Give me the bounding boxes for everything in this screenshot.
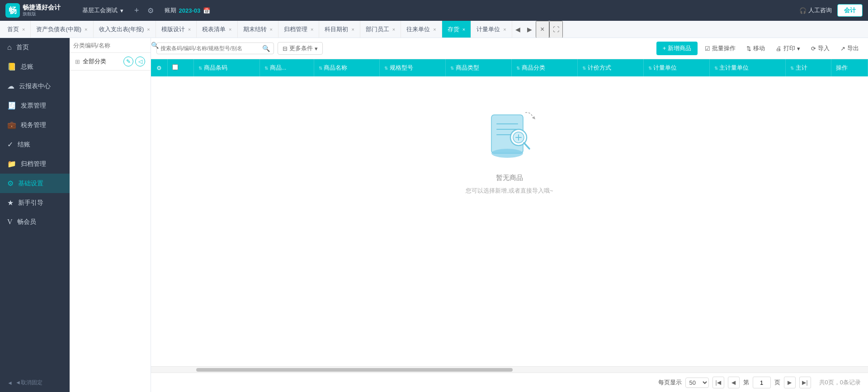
tab-unit[interactable]: 计量单位 × <box>471 21 512 38</box>
sidebar-item-guide[interactable]: ★ 新手引导 <box>0 193 70 213</box>
col-main-unit[interactable]: ⇅ 主计量单位 <box>709 59 785 76</box>
move-button[interactable]: ⇅ 移动 <box>743 43 769 54</box>
sidebar-item-settings[interactable]: ⚙ 基础设置 <box>0 174 70 193</box>
tab-home[interactable]: 首页 × <box>2 21 31 38</box>
tab-home-close[interactable]: × <box>22 27 25 32</box>
sidebar-item-invoice[interactable]: 🧾 发票管理 <box>0 96 70 115</box>
member-icon: V <box>7 218 13 226</box>
export-button[interactable]: ↗ 导出 <box>837 43 863 54</box>
category-edit-button[interactable]: ✎ <box>123 57 133 66</box>
filter-icon: ⊟ <box>283 45 288 52</box>
col-code[interactable]: ⇅ 商品... <box>259 59 314 76</box>
col-price-method[interactable]: ⇅ 计价方式 <box>578 59 644 76</box>
sidebar-item-ledger[interactable]: 📒 总账 <box>0 57 70 76</box>
add-company-icon[interactable]: + <box>132 6 141 15</box>
sidebar-item-archive[interactable]: 📁 归档管理 <box>0 154 70 174</box>
select-all-checkbox[interactable] <box>172 64 178 70</box>
tab-dept-close[interactable]: × <box>392 27 395 32</box>
import-button[interactable]: ⟳ 导入 <box>807 43 833 54</box>
tab-inventory-close[interactable]: × <box>462 27 465 32</box>
search-bar: 🔍 <box>156 43 274 54</box>
empty-title: 暂无商品 您可以选择新增,或者直接导入哦~ <box>466 171 553 196</box>
page-prev-button[interactable]: ◀ <box>728 377 740 388</box>
tab-prev-button[interactable]: ◀ <box>512 21 524 38</box>
tab-close-all-button[interactable]: × <box>536 21 549 38</box>
tab-template[interactable]: 模版设计 × <box>156 21 197 38</box>
tab-archive[interactable]: 归档管理 × <box>278 21 319 38</box>
filter-arrow-icon: ▾ <box>315 45 318 52</box>
page-next-button[interactable]: ▶ <box>784 377 796 388</box>
per-page-label: 每页显示 <box>658 378 682 387</box>
tab-balance-label: 资产负债表(中期) <box>36 25 81 33</box>
tab-archive-close[interactable]: × <box>311 27 313 32</box>
sidebar-invoice-label: 发票管理 <box>21 102 46 110</box>
col-settings-icon: ⚙ <box>156 65 162 71</box>
tab-contacts[interactable]: 往来单位 × <box>401 21 442 38</box>
tab-period-close[interactable]: × <box>270 27 273 32</box>
scrollbar-thumb[interactable] <box>196 368 513 372</box>
calendar-icon[interactable]: 📅 <box>203 7 210 14</box>
horizontal-scrollbar[interactable] <box>151 366 868 373</box>
col-name[interactable]: ⇅ 商品名称 <box>314 59 380 76</box>
tab-balance[interactable]: 资产负债表(中期) × <box>31 21 93 38</box>
batch-operation-button[interactable]: ☑ 批量操作 <box>701 43 739 54</box>
tab-income-close[interactable]: × <box>147 27 150 32</box>
page-number-input[interactable] <box>753 377 771 388</box>
tab-subject-close[interactable]: × <box>351 27 354 32</box>
sidebar-pin-toggle[interactable]: ◄ ◄取消固定 <box>0 373 70 392</box>
tab-expand-button[interactable]: ⛶ <box>549 21 563 38</box>
period-value: 2023-03 <box>179 7 201 14</box>
dropdown-icon: ▾ <box>120 7 123 14</box>
tab-tax-close[interactable]: × <box>229 27 231 32</box>
pin-icon: ◄ <box>7 380 13 386</box>
tab-subject[interactable]: 科目期初 × <box>319 21 360 38</box>
tab-unit-close[interactable]: × <box>503 27 506 32</box>
inner-area: 🔍 ⊞ 全部分类 ✎ ◁ <box>70 38 868 392</box>
sidebar-item-home[interactable]: ⌂ 首页 <box>0 38 70 57</box>
all-category-text: 全部分类 <box>83 57 106 66</box>
tab-next-button[interactable]: ▶ <box>524 21 536 38</box>
page-first-button[interactable]: |◀ <box>712 377 724 388</box>
account-button[interactable]: 会计 <box>837 4 863 17</box>
col-checkbox[interactable] <box>167 59 194 76</box>
tab-tax[interactable]: 税表清单 × <box>197 21 237 38</box>
product-search-input[interactable] <box>160 45 259 52</box>
per-page-select[interactable]: 50 100 200 <box>685 378 709 388</box>
company-selector[interactable]: 基层工会测试 ▾ <box>78 5 128 16</box>
tab-income[interactable]: 收入支出表(年报) × <box>94 21 156 38</box>
svg-line-8 <box>524 143 529 149</box>
col-category[interactable]: ⇅ 商品分类 <box>512 59 578 76</box>
tab-balance-close[interactable]: × <box>85 27 87 32</box>
page-suffix: 页 <box>774 378 780 387</box>
col-settings[interactable]: ⚙ <box>151 59 167 76</box>
pagination-bar: 每页显示 50 100 200 |◀ ◀ 第 页 ▶ ▶| 共0页，0条记录 <box>151 373 868 392</box>
more-filter-button[interactable]: ⊟ 更多条件 ▾ <box>278 42 323 55</box>
service-button[interactable]: 🎧 人工咨询 <box>799 6 832 14</box>
page-last-button[interactable]: ▶| <box>799 377 811 388</box>
tab-template-close[interactable]: × <box>188 27 191 32</box>
add-product-button[interactable]: + 新增商品 <box>656 42 698 55</box>
tab-period[interactable]: 期末结转 × <box>238 21 278 38</box>
sidebar-item-checkout[interactable]: ✓ 结账 <box>0 135 70 154</box>
tab-contacts-close[interactable]: × <box>433 27 436 32</box>
search-icon[interactable]: 🔍 <box>262 45 270 52</box>
company-name: 基层工会测试 <box>82 6 118 14</box>
settings-gear-icon[interactable]: ⚙ <box>146 6 156 15</box>
category-search-input[interactable] <box>73 42 149 49</box>
print-button[interactable]: 🖨 打印 ▾ <box>772 43 804 54</box>
sidebar-home-label: 首页 <box>16 43 29 52</box>
sidebar-item-member[interactable]: V 畅会员 <box>0 213 70 231</box>
tab-dept[interactable]: 部门员工 × <box>360 21 401 38</box>
sidebar-member-label: 畅会员 <box>17 218 36 226</box>
col-unit[interactable]: ⇅ 计量单位 <box>643 59 709 76</box>
tab-inventory[interactable]: 存货 × <box>442 21 471 38</box>
sidebar-item-tax[interactable]: 💼 税务管理 <box>0 115 70 135</box>
tab-subject-label: 科目期初 <box>325 25 348 33</box>
col-type[interactable]: ⇅ 商品类型 <box>446 59 512 76</box>
sidebar-item-reports[interactable]: ☁ 云报表中心 <box>0 76 70 96</box>
col-barcode[interactable]: ⇅ 商品条码 <box>194 59 260 76</box>
category-collapse-button[interactable]: ◁ <box>135 57 145 66</box>
add-product-label: + 新增商品 <box>663 44 691 52</box>
col-spec[interactable]: ⇅ 规格型号 <box>380 59 446 76</box>
col-main-count[interactable]: ⇅ 主计 <box>785 59 831 76</box>
